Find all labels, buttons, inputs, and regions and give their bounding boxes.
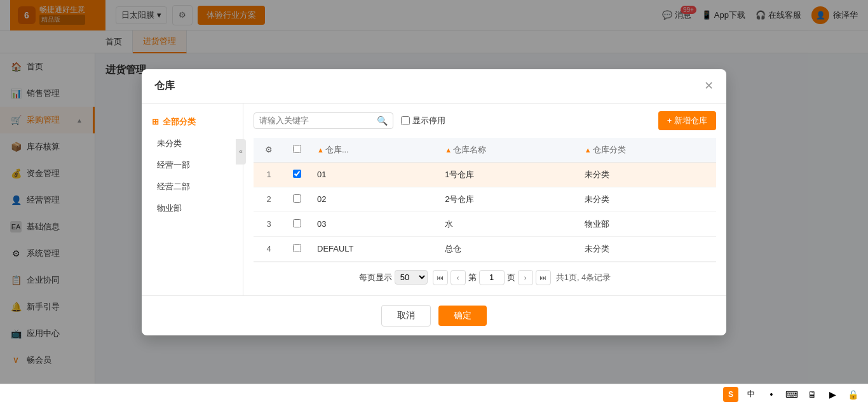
row-checkbox[interactable] [293,219,301,227]
cancel-button[interactable]: 取消 [381,305,431,327]
show-disabled-text: 显示停用 [412,115,445,126]
category-item-property[interactable]: 物业部 [142,198,243,219]
category-item-uncategorized[interactable]: 未分类 [142,133,243,154]
row-check[interactable] [284,212,309,236]
row-code: 03 [309,212,437,236]
table-row[interactable]: 1 01 1号仓库 未分类 [254,162,716,187]
table-row[interactable]: 3 03 水 物业部 [254,212,716,236]
row-checkbox[interactable] [293,194,301,203]
all-categories-label: 全部分类 [163,116,196,128]
search-box: 🔍 [254,112,393,129]
page-label: 第 [468,272,477,283]
table-header-row: ⚙ ▲仓库... ▲仓库名称 ▲仓库分类 [254,138,716,163]
page-input[interactable] [479,270,505,285]
select-all-checkbox[interactable] [293,145,301,153]
table-row[interactable]: 4 DEFAULT 总仓 未分类 [254,236,716,261]
row-code: 02 [309,187,437,212]
row-name: 2号仓库 [437,187,576,212]
row-num: 4 [254,236,284,261]
warehouse-table: ⚙ ▲仓库... ▲仓库名称 ▲仓库分类 1 01 [254,138,716,262]
first-page-button[interactable]: ⏮ [433,270,448,285]
row-code: 01 [309,162,437,187]
modal-overlay: 仓库 ✕ ⊞ 全部分类 未分类 经营一部 经营二部 物业部 « [0,0,868,404]
all-categories-item[interactable]: ⊞ 全部分类 [142,111,243,133]
row-name: 1号仓库 [437,162,576,187]
row-num: 3 [254,212,284,236]
page-total-label: 共1页, 4条记录 [556,272,611,283]
table-row[interactable]: 2 02 2号仓库 未分类 [254,187,716,212]
bottom-icon-zh[interactable]: 中 [743,387,759,402]
modal-footer: 取消 确定 [142,295,726,335]
row-name: 水 [437,212,576,236]
col-settings: ⚙ [254,138,284,163]
row-category: 未分类 [577,187,716,212]
modal-title: 仓库 [154,79,175,93]
page-size-selector: 每页显示 10 20 50 100 [359,270,428,285]
row-category: 未分类 [577,236,716,261]
last-page-button[interactable]: ⏭ [536,270,551,285]
modal-close-button[interactable]: ✕ [704,80,714,91]
page-suffix-label: 页 [507,272,515,283]
col-code: ▲仓库... [309,138,437,163]
monitor-icon[interactable]: 🖥 [804,387,820,402]
warehouse-modal: 仓库 ✕ ⊞ 全部分类 未分类 经营一部 经营二部 物业部 « [142,69,726,335]
row-num: 1 [254,162,284,187]
col-checkbox [284,138,309,163]
row-check[interactable] [284,236,309,261]
collapse-panel-button[interactable]: « [236,139,246,165]
row-checkbox[interactable] [293,244,301,252]
category-item-ops1[interactable]: 经营一部 [142,154,243,176]
row-num: 2 [254,187,284,212]
row-check[interactable] [284,162,309,187]
search-input[interactable] [259,116,377,125]
bottom-icon-dot[interactable]: • [764,387,779,402]
row-name: 总仓 [437,236,576,261]
category-item-ops2[interactable]: 经营二部 [142,176,243,198]
col-name: ▲仓库名称 [437,138,576,163]
grid-icon: ⊞ [152,117,159,126]
col-category: ▲仓库分类 [577,138,716,163]
show-disabled-label: 显示停用 [401,115,445,126]
modal-header: 仓库 ✕ [142,69,726,104]
show-disabled-checkbox[interactable] [401,116,410,125]
bottom-icon-s[interactable]: S [723,387,738,402]
modal-body: ⊞ 全部分类 未分类 经营一部 经营二部 物业部 « 🔍 [142,104,726,295]
modal-right-panel: 🔍 显示停用 + 新增仓库 ⚙ [243,104,726,295]
lock-icon[interactable]: 🔒 [845,387,860,402]
pagination: 每页显示 10 20 50 100 ⏮ ‹ 第 页 [254,262,716,288]
add-warehouse-button[interactable]: + 新增仓库 [658,111,716,130]
row-code: DEFAULT [309,236,437,261]
keyboard-icon[interactable]: ⌨ [784,387,799,402]
search-icon[interactable]: 🔍 [377,116,388,126]
next-page-button[interactable]: › [518,270,533,285]
page-navigation: ⏮ ‹ 第 页 › ⏭ [433,270,551,285]
bottom-bar: S 中 • ⌨ 🖥 ▶ 🔒 [0,384,868,404]
per-page-label: 每页显示 [359,272,392,283]
confirm-button[interactable]: 确定 [438,306,487,326]
row-category: 物业部 [577,212,716,236]
modal-left-panel: ⊞ 全部分类 未分类 经营一部 经营二部 物业部 « [142,104,243,295]
row-checkbox[interactable] [293,170,301,178]
row-check[interactable] [284,187,309,212]
modal-toolbar: 🔍 显示停用 + 新增仓库 [254,111,716,130]
play-icon[interactable]: ▶ [825,387,840,402]
prev-page-button[interactable]: ‹ [451,270,466,285]
per-page-select[interactable]: 10 20 50 100 [395,270,428,285]
row-category: 未分类 [577,162,716,187]
